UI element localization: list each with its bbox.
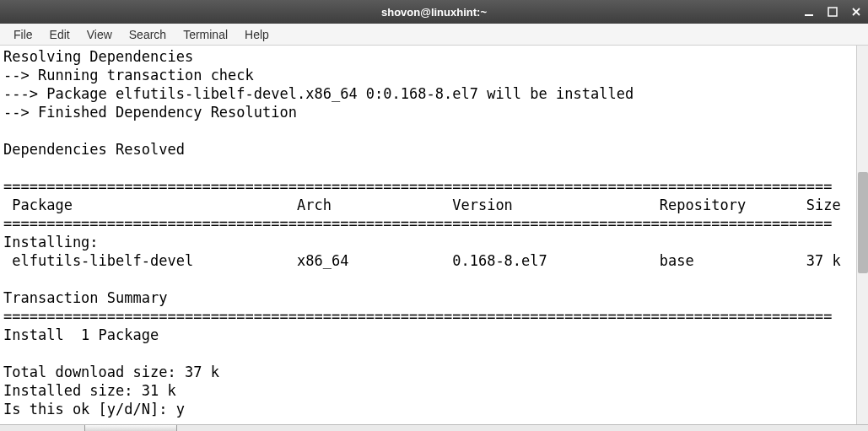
menu-view[interactable]: View xyxy=(78,25,121,44)
terminal-line: Install 1 Package xyxy=(3,326,159,343)
menu-edit[interactable]: Edit xyxy=(41,25,78,44)
terminal-line: Is this ok [y/d/N]: y xyxy=(3,401,185,418)
scrollbar[interactable] xyxy=(856,46,868,424)
menu-file[interactable]: File xyxy=(5,25,41,44)
terminal-line: Total download size: 37 k xyxy=(3,364,219,380)
svg-rect-1 xyxy=(828,8,837,16)
terminal-line: ========================================… xyxy=(3,178,833,195)
terminal-line: Installed size: 31 k xyxy=(3,382,176,399)
tab-indicator[interactable] xyxy=(84,425,177,431)
close-icon[interactable] xyxy=(849,5,863,19)
terminal-line: ========================================… xyxy=(3,215,833,232)
terminal-output[interactable]: Resolving Dependencies --> Running trans… xyxy=(0,46,868,424)
window-controls xyxy=(802,5,863,19)
scroll-thumb[interactable] xyxy=(858,172,868,273)
terminal-line: Package Arch Version Repository Size xyxy=(3,197,841,213)
window-title: shovon@linuxhint:~ xyxy=(381,6,487,19)
terminal-line: Dependencies Resolved xyxy=(3,141,185,158)
terminal-line: Transaction Summary xyxy=(3,289,167,306)
terminal-line: Resolving Dependencies xyxy=(3,48,193,65)
terminal-line: --> Running transaction check xyxy=(3,67,254,84)
terminal-line: ========================================… xyxy=(3,308,833,325)
bottom-bar xyxy=(0,424,868,431)
terminal-line: --> Finished Dependency Resolution xyxy=(3,104,297,121)
menu-search[interactable]: Search xyxy=(121,25,175,44)
terminal-line: elfutils-libelf-devel x86_64 0.168-8.el7… xyxy=(3,252,841,269)
maximize-icon[interactable] xyxy=(826,5,839,19)
menu-help[interactable]: Help xyxy=(236,25,278,44)
terminal-line: ---> Package elfutils-libelf-devel.x86_6… xyxy=(3,85,633,102)
terminal-line: Installing: xyxy=(3,234,99,251)
menu-terminal[interactable]: Terminal xyxy=(175,25,236,44)
menubar: File Edit View Search Terminal Help xyxy=(0,24,868,46)
titlebar: shovon@linuxhint:~ xyxy=(0,0,868,24)
svg-rect-0 xyxy=(805,14,813,16)
minimize-icon[interactable] xyxy=(802,5,816,19)
